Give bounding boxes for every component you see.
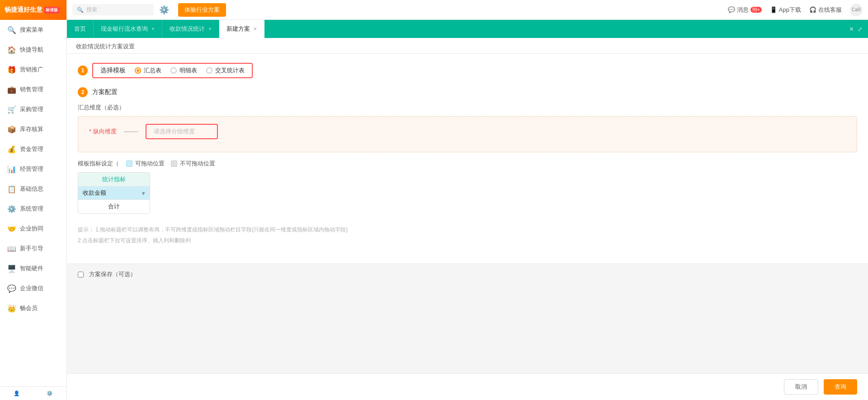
page-title: 收款情况统计方案设置 [76, 43, 135, 50]
sidebar-label-6: 资金管理 [20, 145, 43, 153]
step1-section: 1 选择模板 汇总表明细表交叉统计表 [78, 63, 857, 78]
cancel-button[interactable]: 取消 [784, 379, 818, 395]
app-name: 畅捷通好生意 [5, 6, 42, 14]
search-placeholder: 搜索 [86, 6, 97, 14]
radio-option-1[interactable]: 明细表 [170, 66, 197, 75]
tab-label-1: 现金银行流水查询 [101, 25, 148, 33]
app-logo: 畅捷通好生意 标准版 [0, 0, 66, 20]
tab-close-2[interactable]: × [208, 26, 212, 32]
step2-num: 2 [78, 87, 88, 97]
footer-actions: 取消 查询 [67, 373, 868, 400]
metrics-table-header: 统计指标 [78, 173, 150, 186]
plan-save-label: 方案保存（可选） [89, 270, 136, 278]
metrics-section-title: 模板指标设定（ [78, 160, 119, 168]
sidebar-item-3[interactable]: 💼销售管理 [0, 80, 66, 99]
sidebar-item-6[interactable]: 💰资金管理 [0, 139, 66, 159]
close-window-icon[interactable]: ✕ [849, 26, 854, 33]
sidebar-bottom: 👤 ⚙️ [0, 386, 66, 400]
sidebar-item-0[interactable]: 🔍搜索菜单 [0, 20, 66, 40]
sidebar-icon-7: 📊 [7, 165, 16, 174]
sidebar-item-2[interactable]: 🎁营销推广 [0, 60, 66, 80]
metrics-cell-1: 收款金额 ▾ [78, 186, 150, 199]
tab-close-1[interactable]: × [151, 26, 155, 32]
legend-movable: 可拖动位置 [126, 160, 165, 168]
sidebar-label-13: 企业微信 [20, 284, 43, 292]
sidebar-icon-4: 🛒 [7, 105, 16, 114]
sidebar-label-7: 经营管理 [20, 165, 43, 173]
sidebar-label-8: 基础信息 [20, 185, 43, 193]
industry-btn[interactable]: 体验行业方案 [178, 3, 226, 17]
sidebar-label-5: 库存核算 [20, 125, 43, 133]
radio-circle-1 [170, 67, 177, 74]
movable-dot [126, 160, 132, 167]
radio-option-0[interactable]: 汇总表 [135, 66, 161, 75]
settings-icon[interactable]: ⚙️ [159, 5, 169, 15]
online-service-item[interactable]: 🎧 在线客服 [809, 6, 842, 14]
fixed-label: 不可拖动位置 [180, 160, 215, 168]
tabbar: 首页现金银行流水查询×收款情况统计×新建方案×✕⤢ [67, 20, 868, 38]
sidebar-item-4[interactable]: 🛒采购管理 [0, 99, 66, 119]
radio-label-1: 明细表 [179, 66, 197, 75]
topbar: 🔍 搜索 ⚙️ 体验行业方案 💬 消息 99+ 📱 App下载 🎧 在线客服 C… [67, 0, 868, 20]
dimension-select[interactable]: 请选择分组维度 [146, 124, 218, 139]
tab-2[interactable]: 收款情况统计× [162, 20, 219, 38]
metrics-dropdown-icon[interactable]: ▾ [142, 190, 145, 197]
sidebar-label-1: 快捷导航 [20, 46, 43, 54]
template-selection-box: 选择模板 汇总表明细表交叉统计表 [92, 63, 253, 78]
sidebar-label-3: 销售管理 [20, 85, 43, 94]
main-area: 🔍 搜索 ⚙️ 体验行业方案 💬 消息 99+ 📱 App下载 🎧 在线客服 C… [67, 0, 868, 400]
sidebar-item-14[interactable]: 👑畅会员 [0, 298, 66, 318]
sidebar-item-12[interactable]: 🖥️智能硬件 [0, 259, 66, 278]
sidebar-label-4: 采购管理 [20, 105, 43, 113]
sidebar-bottom-item-1[interactable]: 👤 [0, 387, 33, 400]
sidebar-item-5[interactable]: 📦库存核算 [0, 119, 66, 139]
topbar-right: 💬 消息 99+ 📱 App下载 🎧 在线客服 CaR [728, 4, 863, 16]
sidebar-label-14: 畅会员 [20, 304, 38, 312]
sidebar-item-13[interactable]: 💬企业微信 [0, 278, 66, 298]
edition-badge: 标准版 [44, 7, 59, 14]
sidebar-icon-1: 🏠 [7, 46, 16, 54]
content-area: 1 选择模板 汇总表明细表交叉统计表 2 方案配置 汇总维度（必选） [67, 54, 868, 373]
sidebar-icon-14: 👑 [7, 304, 16, 313]
tab-label-2: 收款情况统计 [170, 25, 205, 33]
tab-3[interactable]: 新建方案× [219, 20, 264, 38]
notification-badge: 99+ [750, 7, 762, 13]
notification-item[interactable]: 💬 消息 99+ [728, 6, 762, 14]
sidebar-icon-12: 🖥️ [7, 264, 16, 273]
vertical-dimension-row: * 纵向维度 —— 请选择分组维度 [89, 124, 846, 139]
sidebar-icon-10: 🤝 [7, 225, 16, 233]
fixed-dot [171, 160, 177, 167]
sidebar-item-9[interactable]: ⚙️系统管理 [0, 199, 66, 219]
sidebar-item-7[interactable]: 📊经营管理 [0, 159, 66, 179]
tab-1[interactable]: 现金银行流水查询× [94, 20, 162, 38]
search-icon: 🔍 [77, 7, 84, 13]
vertical-label: * 纵向维度 [89, 127, 117, 136]
sidebar-label-11: 新手引导 [20, 245, 43, 253]
topbar-search[interactable]: 🔍 搜索 [72, 4, 154, 15]
sidebar-item-1[interactable]: 🏠快捷导航 [0, 40, 66, 60]
query-button[interactable]: 查询 [824, 379, 857, 395]
sidebar-item-8[interactable]: 📋基础信息 [0, 179, 66, 199]
step1-header: 1 选择模板 汇总表明细表交叉统计表 [78, 63, 857, 78]
sidebar-icon-3: 💼 [7, 85, 16, 94]
sidebar-item-11[interactable]: 📖新手引导 [0, 239, 66, 259]
arrow-icon: —— [124, 127, 138, 136]
sidebar-icon-13: 💬 [7, 284, 16, 293]
tip-line-1: 2.点击标题栏下拉可设置排序、插入列和删除列 [78, 236, 857, 246]
maximize-icon[interactable]: ⤢ [858, 26, 863, 33]
download-icon: 📱 [770, 6, 777, 13]
sidebar-bottom-item-2[interactable]: ⚙️ [33, 387, 67, 400]
user-avatar[interactable]: CaR [850, 4, 863, 16]
sidebar: 畅捷通好生意 标准版 🔍搜索菜单🏠快捷导航🎁营销推广💼销售管理🛒采购管理📦库存核… [0, 0, 67, 400]
metrics-item-label: 收款金额 [83, 189, 106, 197]
service-label: 在线客服 [818, 6, 842, 14]
radio-option-2[interactable]: 交叉统计表 [206, 66, 245, 75]
app-download-item[interactable]: 📱 App下载 [770, 6, 801, 14]
plan-save-checkbox[interactable] [78, 272, 84, 278]
tab-close-3[interactable]: × [254, 26, 257, 32]
sidebar-item-10[interactable]: 🤝企业协同 [0, 219, 66, 239]
metrics-table: 统计指标 收款金额 ▾ 合计 [78, 172, 150, 214]
tab-0[interactable]: 首页 [67, 20, 94, 38]
download-label: App下载 [779, 6, 801, 14]
legend-fixed: 不可拖动位置 [171, 160, 215, 168]
